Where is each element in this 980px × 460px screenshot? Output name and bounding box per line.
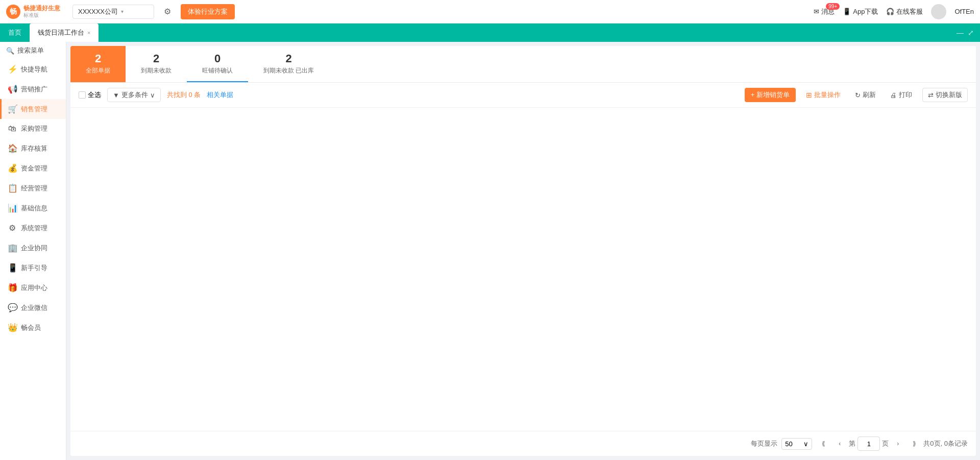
stat-tab-wangpu[interactable]: 0 旺铺待确认 [187, 46, 248, 82]
avatar[interactable] [931, 4, 946, 19]
sidebar-item-enterprise[interactable]: 🏢 企业协同 [0, 238, 66, 258]
print-label: 打印 [899, 90, 912, 100]
sidebar-item-system[interactable]: ⚙ 系统管理 [0, 218, 66, 238]
print-button[interactable]: 🖨 打印 [886, 88, 916, 102]
stat-tab-all[interactable]: 2 全部单据 [70, 46, 126, 82]
filter-right: + 新增销货单 ⊞ 批量操作 ↻ 刷新 🖨 打印 ⇄ [745, 88, 968, 102]
stat-label-all: 全部单据 [86, 66, 110, 75]
app-download-button[interactable]: 📱 App下载 [843, 7, 878, 16]
last-page-button[interactable]: ⟫ [907, 437, 921, 451]
select-arrow-icon: ∨ [803, 440, 808, 448]
sidebar-item-guide[interactable]: 📱 新手引导 [0, 258, 66, 278]
page-input[interactable] [857, 437, 880, 451]
sidebar-item-inventory[interactable]: 🏠 库存核算 [0, 138, 66, 158]
sidebar-item-label: 营销推广 [21, 85, 47, 94]
refresh-button[interactable]: ↻ 刷新 [851, 88, 880, 102]
filter-icon: ▼ [113, 91, 119, 99]
wechat-icon: 💬 [8, 303, 17, 312]
filter-left: 全选 ▼ 更多条件 ∨ 共找到 0 条 相关单据 [79, 88, 233, 102]
sidebar-item-member[interactable]: 👑 畅会员 [0, 318, 66, 337]
settings-button[interactable]: ⚙ [159, 4, 176, 20]
stat-num-shipped: 2 [286, 52, 292, 65]
content-area: 2 全部单据 2 到期未收款 0 旺铺待确认 2 到期未收款 已出库 [66, 42, 980, 460]
content-inner: 2 全部单据 2 到期未收款 0 旺铺待确认 2 到期未收款 已出库 [70, 46, 976, 456]
app-subtitle: 标准版 [23, 12, 60, 18]
stat-tab-shipped[interactable]: 2 到期未收款 已出库 [248, 46, 329, 82]
marketing-icon: 📢 [8, 84, 17, 94]
more-filters-button[interactable]: ▼ 更多条件 ∨ [107, 88, 161, 102]
sidebar-item-purchase[interactable]: 🛍 采购管理 [0, 119, 66, 138]
sidebar-item-label: 销售管理 [21, 105, 47, 114]
sidebar-item-basic[interactable]: 📊 基础信息 [0, 198, 66, 218]
select-all-checkbox[interactable]: 全选 [79, 90, 101, 100]
app-download-label: App下载 [853, 7, 878, 16]
print-icon: 🖨 [890, 91, 897, 99]
header-right: ✉ 消息 99+ 📱 App下载 🎧 在线客服 OfTEn [814, 4, 974, 19]
guide-icon: 📱 [8, 263, 17, 273]
select-all-label: 全选 [88, 90, 101, 100]
operation-icon: 📋 [8, 183, 17, 193]
total-text: 共0页, 0条记录 [923, 439, 968, 448]
next-page-button[interactable]: › [891, 437, 905, 451]
stat-label-wangpu: 旺铺待确认 [202, 66, 233, 75]
tab-active[interactable]: 钱货日清工作台 × [30, 23, 99, 42]
nav-tabs: 首页 钱货日清工作台 × — ⤢ [0, 23, 980, 42]
search-icon: 🔍 [6, 47, 14, 55]
message-button[interactable]: ✉ 消息 99+ [814, 7, 835, 16]
filter-bar: 全选 ▼ 更多条件 ∨ 共找到 0 条 相关单据 + 新增销货单 [70, 83, 976, 108]
member-icon: 👑 [8, 323, 17, 332]
more-filters-label: 更多条件 [121, 90, 148, 100]
message-icon: ✉ [814, 8, 819, 15]
sidebar-item-label: 企业协同 [21, 244, 47, 253]
add-sale-order-button[interactable]: + 新增销货单 [745, 88, 796, 102]
page-label: 第 [849, 439, 855, 448]
company-selector[interactable]: XXXXXX公司 ▾ [72, 5, 154, 19]
nav-tab-actions: — ⤢ [957, 29, 980, 37]
sidebar-item-quick-nav[interactable]: ⚡ 快捷导航 [0, 59, 66, 79]
first-page-button[interactable]: ⟪ [816, 437, 830, 451]
stat-label-shipped: 到期未收款 已出库 [263, 66, 314, 75]
system-icon: ⚙ [8, 223, 17, 233]
batch-operation-button[interactable]: ⊞ 批量操作 [802, 88, 845, 102]
online-service-label: 在线客服 [896, 7, 923, 16]
sidebar-search[interactable]: 🔍 搜索菜单 [0, 42, 66, 59]
checkbox-box[interactable] [79, 91, 86, 99]
online-service-button[interactable]: 🎧 在线客服 [886, 7, 923, 16]
sidebar-item-operation[interactable]: 📋 经营管理 [0, 178, 66, 198]
prev-page-button[interactable]: ‹ [832, 437, 847, 451]
refresh-label: 刷新 [863, 90, 876, 100]
purchase-icon: 🛍 [8, 124, 17, 133]
sidebar-item-finance[interactable]: 💰 资金管理 [0, 158, 66, 178]
switch-version-button[interactable]: ⇄ 切换新版 [922, 88, 968, 102]
sidebar-item-marketing[interactable]: 📢 营销推广 [0, 79, 66, 99]
sidebar-item-label: 资金管理 [21, 164, 47, 173]
sidebar-item-wechat[interactable]: 💬 企业微信 [0, 298, 66, 318]
tab-home[interactable]: 首页 [0, 23, 30, 42]
header-left: 畅 畅捷通好生意 标准版 XXXXXX公司 ▾ ⚙ 体验行业方案 [6, 4, 235, 20]
stat-tab-overdue[interactable]: 2 到期未收款 [126, 46, 187, 82]
logo-area: 畅 畅捷通好生意 标准版 [6, 5, 67, 19]
sidebar-item-label: 畅会员 [21, 323, 41, 332]
related-bills-link[interactable]: 相关单据 [207, 90, 233, 100]
per-page-select[interactable]: 50 ∨ [781, 438, 812, 450]
sidebar-item-label: 基础信息 [21, 204, 47, 213]
stat-num-wangpu: 0 [214, 52, 220, 65]
switch-label: 切换新版 [936, 90, 962, 100]
sidebar-item-label: 应用中心 [21, 283, 47, 293]
experience-button[interactable]: 体验行业方案 [181, 4, 235, 19]
minimize-icon[interactable]: — [957, 29, 964, 37]
headset-icon: 🎧 [886, 8, 894, 15]
sidebar-item-label: 新手引导 [21, 263, 47, 273]
stats-tabs: 2 全部单据 2 到期未收款 0 旺铺待确认 2 到期未收款 已出库 [70, 46, 976, 83]
stat-label-overdue: 到期未收款 [141, 66, 172, 75]
filter-count: 共找到 0 条 [167, 90, 201, 100]
tab-close-icon[interactable]: × [87, 30, 90, 36]
app-title: 畅捷通好生意 [23, 5, 60, 12]
sidebar-item-label: 采购管理 [21, 124, 47, 133]
username[interactable]: OfTEn [954, 8, 974, 15]
per-page-label: 每页显示 [751, 439, 777, 448]
switch-icon: ⇄ [928, 91, 934, 99]
sidebar-item-appcenter[interactable]: 🎁 应用中心 [0, 278, 66, 298]
sidebar-item-sales[interactable]: 🛒 销售管理 [0, 99, 66, 119]
maximize-icon[interactable]: ⤢ [968, 29, 974, 37]
